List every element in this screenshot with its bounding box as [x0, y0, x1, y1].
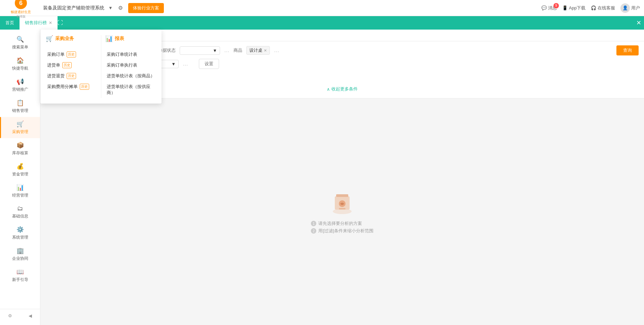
- messages-button[interactable]: 💬 消息 9: [541, 5, 557, 11]
- sidebar-item-enterprise[interactable]: 🏢 企业协同: [0, 244, 40, 265]
- svg-rect-4: [339, 208, 346, 209]
- collapse-up-icon: ∧: [327, 87, 330, 92]
- empty-state: 1 请先选择要分析的方案 2 用[过滤]条件来缩小分析范围: [40, 98, 644, 325]
- search-icon: 🔍: [16, 36, 24, 43]
- purchase-section-icon: 🛒: [46, 35, 53, 42]
- logo-label: 畅捷通好生意: [11, 10, 31, 14]
- basic-info-icon: 🗂: [17, 205, 23, 212]
- sidebar-bottom: ⚙ ◀: [0, 309, 40, 322]
- user-button[interactable]: 👤 用户: [620, 3, 640, 13]
- sidebar-item-quick-nav[interactable]: 🏠 快捷导航: [0, 53, 40, 75]
- menu-divider: [101, 35, 101, 98]
- dropdown-arrow-icon[interactable]: ▼: [108, 5, 113, 10]
- history-badge-0: 历史: [67, 51, 76, 57]
- step-1-icon: 1: [311, 221, 316, 226]
- topbar: 6 畅捷通好生意 标准版 装备及固定资产辅助管理系统 ▼ ⚙ 体验行业方案 💬 …: [0, 0, 644, 16]
- purchase-section-title: 🛒 采购业务: [46, 35, 97, 45]
- menu-item-purchase-order-exec[interactable]: 采购订单执行表: [105, 60, 156, 71]
- menu-item-purchase-order-stat[interactable]: 采购订单统计表: [105, 49, 156, 60]
- step-2-icon: 2: [311, 228, 316, 234]
- headset-icon: 🎧: [591, 5, 596, 10]
- menu-item-goods-receipt-stat-by-product[interactable]: 进货单统计表（按商品）: [105, 71, 156, 81]
- purchase-section: 🛒 采购业务 采购订单 历史 进货单 历史 进货退货 历史 采购费用分摊单 历史: [46, 35, 97, 98]
- menu-item-purchase-order[interactable]: 采购订单 历史: [46, 49, 97, 60]
- voucher-status-select[interactable]: ▼: [180, 46, 220, 55]
- sidebar: 🔍 搜索菜单 🏠 快捷导航 📢 营销推广 📋 销售管理 🛒 采购管理 📦 库存核…: [0, 30, 40, 325]
- goods-tag[interactable]: 设计桌 ✕: [246, 46, 270, 55]
- trial-button[interactable]: 体验行业方案: [128, 3, 164, 13]
- guide-icon: 📖: [16, 268, 24, 276]
- settings-button[interactable]: 设置: [199, 59, 219, 69]
- finance-icon: 💰: [16, 163, 24, 170]
- phone-icon: 📱: [562, 5, 568, 10]
- reports-section-icon: 📊: [105, 35, 113, 42]
- app-download-button[interactable]: 📱 App下载: [562, 5, 585, 11]
- history-badge-1: 历史: [62, 62, 72, 68]
- goods-more[interactable]: …: [274, 47, 279, 53]
- reports-section: 📊 报表 采购订单统计表 采购订单执行表 进货单统计表（按商品） 进货单统计表（…: [105, 35, 156, 98]
- sidebar-item-inventory[interactable]: 📦 库存核算: [0, 138, 40, 159]
- voucher-status-arrow: ▼: [213, 48, 217, 53]
- menu-item-goods-receipt-stat-by-supplier[interactable]: 进货单统计表（按供应商）: [105, 81, 156, 98]
- online-service-button[interactable]: 🎧 在线客服: [591, 5, 615, 11]
- sidebar-item-search[interactable]: 🔍 搜索菜单: [0, 32, 40, 53]
- goods-label: 商品: [234, 47, 242, 53]
- system-title: 装备及固定资产辅助管理系统: [43, 5, 104, 11]
- svg-rect-2: [336, 194, 348, 197]
- sales-icon: 📋: [16, 99, 24, 107]
- sidebar-item-basic-info[interactable]: 🗂 基础信息: [0, 202, 40, 222]
- collapse-sidebar-icon[interactable]: ◀: [29, 313, 32, 318]
- enterprise-icon: 🏢: [16, 247, 24, 254]
- marketing-icon: 📢: [16, 78, 24, 85]
- operations-icon: 📊: [16, 184, 24, 191]
- tabbar: 首页 销售排行榜 ✕ ⛶ ✕: [0, 16, 644, 30]
- avatar: 👤: [620, 3, 630, 13]
- sidebar-item-system[interactable]: ⚙️ 系统管理: [0, 222, 40, 244]
- logo-sub: 标准版: [16, 14, 26, 19]
- message-icon: 💬: [541, 5, 547, 10]
- empty-text: 1 请先选择要分析的方案 2 用[过滤]条件来缩小分析范围: [311, 220, 373, 234]
- settings-bottom-icon[interactable]: ⚙: [8, 313, 12, 318]
- sidebar-item-finance[interactable]: 💰 资金管理: [0, 159, 40, 180]
- topbar-right: 💬 消息 9 📱 App下载 🎧 在线客服 👤 用户: [541, 3, 640, 13]
- sidebar-item-guide[interactable]: 📖 新手引导: [0, 265, 40, 286]
- expand-icon[interactable]: ⛶: [58, 20, 63, 26]
- purchase-icon: 🛒: [16, 120, 24, 128]
- menu-item-purchase-expense[interactable]: 采购费用分摊单 历史: [46, 81, 97, 92]
- home-icon: 🏠: [16, 57, 24, 64]
- menu-item-goods-receipt[interactable]: 进货单 历史: [46, 60, 97, 71]
- sidebar-item-sales[interactable]: 📋 销售管理: [0, 96, 40, 117]
- menu-item-goods-return[interactable]: 进货退货 历史: [46, 71, 97, 81]
- purchase-dropdown-menu: 🛒 采购业务 采购订单 历史 进货单 历史 进货退货 历史 采购费用分摊单 历史…: [40, 30, 162, 104]
- tab-close-icon[interactable]: ✕: [49, 21, 52, 25]
- empty-illustration: [329, 190, 356, 216]
- sidebar-item-operations[interactable]: 📊 经营管理: [0, 180, 40, 202]
- tabbar-close-icon[interactable]: ✕: [636, 19, 641, 27]
- reports-section-title: 📊 报表: [105, 35, 156, 45]
- goods-tag-close[interactable]: ✕: [264, 48, 267, 53]
- empty-text-item-2: 2 用[过滤]条件来缩小分析范围: [311, 228, 373, 234]
- query-button[interactable]: 查询: [616, 45, 639, 55]
- message-badge: 9: [553, 3, 559, 8]
- system-icon: ⚙️: [16, 226, 24, 233]
- logo-area: 6 畅捷通好生意 标准版: [4, 0, 38, 19]
- sidebar-item-purchase[interactable]: 🛒 采购管理: [0, 117, 40, 138]
- logo-icon: 6: [15, 0, 27, 9]
- inventory-icon: 📦: [16, 141, 24, 149]
- salesman-arrow: ▼: [171, 62, 176, 67]
- history-badge-2: 历史: [67, 73, 76, 79]
- gear-icon[interactable]: ⚙: [118, 5, 123, 11]
- salesman-more[interactable]: …: [183, 61, 188, 67]
- history-badge-3: 历史: [80, 84, 89, 90]
- empty-text-item-1: 1 请先选择要分析的方案: [311, 220, 362, 227]
- sidebar-item-marketing[interactable]: 📢 营销推广: [0, 75, 40, 96]
- voucher-status-more[interactable]: …: [224, 47, 229, 53]
